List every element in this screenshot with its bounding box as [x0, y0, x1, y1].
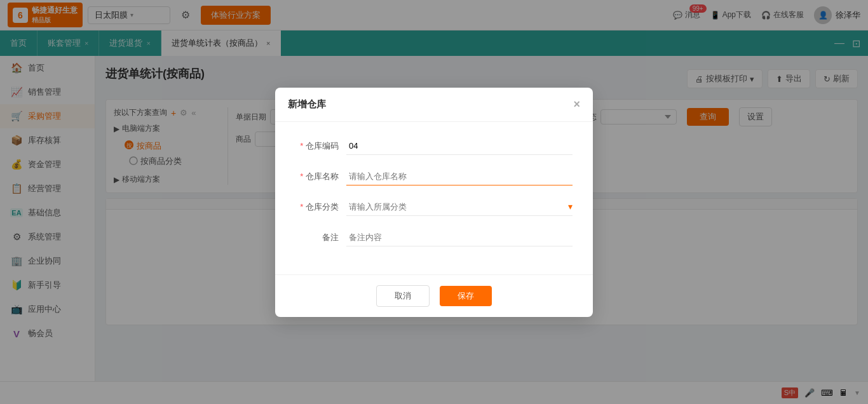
modal-overlay[interactable]: 新增仓库 × * 仓库编码 * 仓库名称: [0, 0, 868, 404]
warehouse-category-input[interactable]: [346, 198, 568, 215]
warehouse-name-input[interactable]: [346, 168, 573, 185]
modal-close-button[interactable]: ×: [573, 98, 580, 111]
required-star-code: *: [300, 141, 303, 151]
modal-header: 新增仓库 ×: [275, 88, 593, 122]
form-label-name: * 仓库名称: [295, 171, 346, 182]
category-dropdown-arrow[interactable]: ▾: [568, 201, 573, 212]
form-label-code: * 仓库编码: [295, 140, 346, 152]
cancel-button[interactable]: 取消: [376, 285, 430, 307]
warehouse-category-wrapper: ▾: [346, 198, 573, 216]
save-button[interactable]: 保存: [440, 286, 492, 306]
warehouse-code-input[interactable]: [346, 137, 573, 155]
form-label-category: * 仓库分类: [295, 201, 346, 213]
add-warehouse-modal: 新增仓库 × * 仓库编码 * 仓库名称: [275, 88, 593, 317]
form-row-code: * 仓库编码: [295, 137, 573, 155]
form-row-remark: 备注: [295, 229, 573, 246]
form-row-name: * 仓库名称: [295, 168, 573, 185]
modal-footer: 取消 保存: [275, 274, 593, 317]
warehouse-remark-input[interactable]: [346, 229, 573, 246]
form-label-remark: 备注: [295, 232, 346, 243]
required-star-name: *: [300, 172, 303, 181]
modal-title: 新增仓库: [288, 98, 326, 111]
modal-body: * 仓库编码 * 仓库名称 * 仓库分类: [275, 122, 593, 274]
required-star-category: *: [300, 202, 303, 212]
form-row-category: * 仓库分类 ▾: [295, 198, 573, 216]
